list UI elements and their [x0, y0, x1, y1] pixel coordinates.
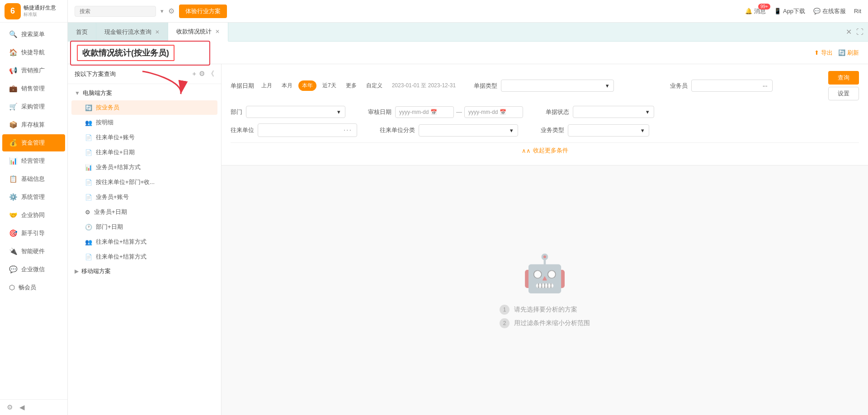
type-select[interactable]: ▾ — [501, 80, 614, 92]
sidebar-item-business[interactable]: 📊 经营管理 — [2, 152, 65, 170]
filter-salesman-group: 业务员 ··· — [670, 80, 773, 92]
step-num-2: 2 — [500, 318, 509, 328]
plan-settings-button[interactable]: ⚙ — [199, 70, 205, 78]
date-shortcut-this-month[interactable]: 本月 — [278, 80, 296, 91]
settings-button[interactable]: 设置 — [828, 87, 859, 100]
tree-item-unit-account[interactable]: 📄 往来单位+账号 — [71, 130, 217, 145]
wechat-icon: 💬 — [9, 265, 18, 274]
date-dash: — — [456, 108, 462, 115]
sidebar-label-purchase: 采购管理 — [21, 103, 45, 111]
export-icon: ⬆ — [814, 49, 819, 56]
audit-date-from-icon: 📅 — [430, 109, 437, 115]
sidebar-label-inventory: 库存核算 — [21, 121, 45, 129]
date-shortcut-7days[interactable]: 近7天 — [319, 80, 340, 91]
tree-item-salesman-account-icon: 📄 — [85, 194, 92, 201]
settings-bottom-icon[interactable]: ⚙ — [7, 403, 13, 411]
collapse-label: 收起更多条件 — [533, 146, 568, 155]
sidebar-item-hardware[interactable]: 🔌 智能硬件 — [2, 243, 65, 260]
sidebar-item-collab[interactable]: 🤝 企业协同 — [2, 207, 65, 224]
collapse-bar[interactable]: ∧∧ 收起更多条件 — [231, 142, 859, 158]
basic-icon: 📋 — [9, 175, 18, 183]
tab-minimize-icon[interactable]: ✕ — [846, 28, 852, 36]
tree-item-unit-account-icon: 📄 — [85, 134, 92, 141]
tab-collection-close[interactable]: ✕ — [215, 28, 220, 35]
tab-cashflow-close[interactable]: ✕ — [155, 29, 160, 35]
header-dropdown-icon[interactable]: ▾ — [160, 8, 164, 14]
salesman-ellipsis[interactable]: ··· — [763, 82, 768, 89]
export-button[interactable]: ⬆ 导出 — [814, 49, 833, 57]
refresh-icon: 🔄 — [838, 49, 845, 56]
tree-item-salesman-account[interactable]: 📄 业务员+账号 — [71, 190, 217, 204]
audit-date-from-input[interactable]: yyyy-mm-dd 📅 — [395, 106, 454, 118]
tree-item-salesman-settle[interactable]: 📊 业务员+结算方式 — [71, 160, 217, 174]
empty-state: 🤖 1 请先选择要分析的方案 2 用过滤条件来缩小分析范围 — [222, 165, 868, 415]
online-service-button[interactable]: 💬 在线客服 — [813, 7, 846, 15]
sidebar-item-guide[interactable]: 🎯 新手引导 — [2, 225, 65, 242]
date-shortcut-custom[interactable]: 自定义 — [363, 80, 386, 91]
audit-date-to-input[interactable]: yyyy-mm-dd 📅 — [464, 106, 523, 118]
tree-group-desktop-header[interactable]: ▼ 电脑端方案 — [68, 86, 221, 100]
tree-item-detail[interactable]: 👥 按明细 — [71, 115, 217, 130]
tab-cashflow[interactable]: 现金银行流水查询 ✕ — [96, 23, 168, 42]
filter-row-1: 单据日期 上月 本月 本年 近7天 更多 自定义 2023-01-01 至 20… — [231, 71, 859, 100]
tree-item-unit-settle2[interactable]: 📄 往来单位+结算方式 — [71, 250, 217, 264]
tab-collection[interactable]: 收款情况统计 ✕ — [168, 23, 228, 42]
tab-home[interactable]: 首页 — [68, 23, 96, 42]
salesman-select[interactable]: ··· — [691, 80, 773, 92]
biz-type-select[interactable]: ▾ — [568, 124, 649, 137]
counterpart-ellipsis[interactable]: ··· — [344, 126, 352, 134]
online-service-label: 在线客服 — [822, 7, 846, 15]
app-badge: 标准版 — [24, 11, 56, 18]
plan-collapse-button[interactable]: 《 — [208, 70, 214, 78]
tree-mobile-expand-icon: ▶ — [75, 268, 79, 274]
purchase-icon: 🛒 — [9, 103, 18, 111]
member-icon: ⬡ — [9, 283, 15, 292]
collapse-bottom-icon[interactable]: ◀‍‍ — [19, 403, 25, 411]
tree-item-unit-date[interactable]: 📄 往来单位+日期 — [71, 145, 217, 160]
header-gear-icon[interactable]: ⚙ — [168, 7, 175, 15]
bill-status-select[interactable]: ▾ — [573, 106, 654, 118]
sidebar-item-member[interactable]: ⬡ 畅会员 — [2, 279, 65, 296]
tab-collection-label: 收款情况统计 — [176, 28, 212, 36]
tree-item-unit-dept[interactable]: 📄 按往来单位+部门+收... — [71, 175, 217, 189]
bill-status-arrow: ▾ — [646, 108, 649, 115]
tree-item-dept-date[interactable]: 🕐 部门+日期 — [71, 220, 217, 234]
tree-group-mobile-header[interactable]: ▶ 移动端方案 — [68, 264, 221, 278]
tree-item-salesman[interactable]: 🔄 按业务员 — [71, 100, 217, 115]
sidebar-item-system[interactable]: ⚙️ 系统管理 — [2, 189, 65, 206]
tree-item-salesman-date-label: 业务员+日期 — [94, 208, 127, 216]
sidebar-item-inventory[interactable]: 📦 库存核算 — [2, 116, 65, 133]
counterpart-class-select[interactable]: ▾ — [419, 124, 518, 137]
tree-item-salesman-date[interactable]: ⚙ 业务员+日期 — [71, 205, 217, 219]
message-button[interactable]: 🔔 消息 99+ — [745, 7, 766, 15]
refresh-button[interactable]: 🔄 刷新 — [838, 49, 859, 57]
counterpart-input[interactable]: ··· — [258, 123, 357, 137]
sidebar-label-search: 搜索菜单 — [21, 30, 45, 38]
sidebar-item-nav[interactable]: 🏠 快捷导航 — [2, 44, 65, 61]
tree-item-unit-settle1[interactable]: 👥 往来单位+结算方式 — [71, 235, 217, 249]
trial-button[interactable]: 体验行业方案 — [179, 5, 227, 18]
sidebar-item-sales[interactable]: 💼 销售管理 — [2, 80, 65, 97]
app-download-button[interactable]: 📱 App下载 — [774, 7, 805, 15]
empty-illustration: 🤖 — [522, 252, 567, 295]
date-shortcut-more[interactable]: 更多 — [342, 80, 360, 91]
dept-select[interactable]: ▾ — [246, 106, 345, 118]
date-shortcut-this-year[interactable]: 本年 — [298, 80, 316, 91]
sidebar-item-wechat[interactable]: 💬 企业微信 — [2, 261, 65, 278]
tree-item-unit-settle2-label: 往来单位+结算方式 — [96, 253, 146, 261]
tab-maximize-icon[interactable]: ⛶ — [856, 28, 863, 36]
tab-bar-actions: ✕ ⛶ — [846, 28, 868, 36]
counterpart-class-arrow: ▾ — [510, 127, 513, 134]
tree-item-detail-icon: 👥 — [85, 119, 92, 126]
plan-add-button[interactable]: + — [192, 70, 196, 78]
sidebar-item-basic[interactable]: 📋 基础信息 — [2, 170, 65, 188]
sidebar-item-marketing[interactable]: 📢 营销推广 — [2, 62, 65, 79]
date-shortcut-prev-month[interactable]: 上月 — [258, 80, 276, 91]
sidebar-item-search[interactable]: 🔍 搜索菜单 — [2, 26, 65, 43]
sidebar-item-finance[interactable]: 💰 资金管理 — [2, 134, 65, 151]
query-button[interactable]: 查询 — [828, 71, 859, 85]
empty-step-2: 2 用过滤条件来缩小分析范围 — [500, 318, 590, 328]
header-search-input[interactable] — [75, 6, 156, 17]
user-avatar[interactable]: Rit — [854, 8, 861, 14]
sidebar-item-purchase[interactable]: 🛒 采购管理 — [2, 98, 65, 115]
